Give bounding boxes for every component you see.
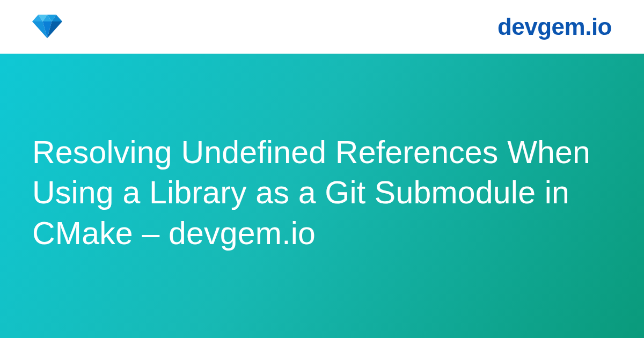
hero-banner: Resolving Undefined References When Usin… [0,54,644,338]
gem-icon [32,14,62,39]
brand-name: devgem.io [497,13,612,40]
page-title: Resolving Undefined References When Usin… [32,133,596,254]
page-container: devgem.io Resolving Undefined References… [0,0,644,338]
header-bar: devgem.io [0,0,644,54]
